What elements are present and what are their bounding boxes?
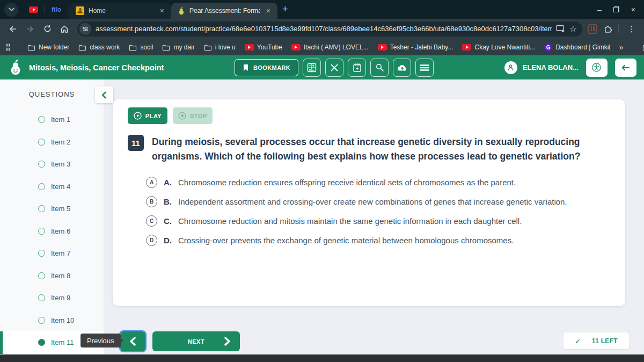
question-text: During meiosis, several processes occur …	[152, 135, 610, 164]
bookmark-youtube[interactable]: YouTube	[242, 42, 285, 53]
bookmark-tesher-jalebi[interactable]: Tesher - Jalebi Baby...	[375, 42, 456, 53]
sidebar-item-3[interactable]: Item 3	[0, 153, 104, 176]
item-label: Item 9	[51, 294, 70, 302]
restore-button[interactable]	[613, 6, 619, 12]
bookmark-gimkit-dashboard[interactable]: G Dashboard | Gimkit	[541, 42, 613, 53]
stop-icon	[178, 112, 186, 120]
bookmark-folder-socil[interactable]: socil	[126, 42, 156, 53]
previous-button[interactable]	[120, 331, 145, 351]
install-app-button[interactable]	[556, 25, 565, 33]
magnifier-button[interactable]	[370, 59, 389, 77]
radio-icon	[38, 139, 45, 146]
option-d[interactable]: D D. Crossing-over prevents the exchange…	[146, 235, 610, 246]
exit-back-button[interactable]	[615, 59, 636, 77]
avatar	[504, 61, 517, 74]
option-a[interactable]: A A. Chromosome reduction ensures offspr…	[146, 177, 610, 188]
option-c-radio[interactable]: C	[146, 215, 157, 227]
home-button[interactable]	[57, 21, 72, 37]
folder-icon	[642, 44, 644, 51]
minimize-button[interactable]: –	[597, 6, 602, 13]
sidebar-item-5[interactable]: Item 5	[0, 198, 104, 220]
question-row: 11 During meiosis, several processes occ…	[128, 135, 610, 164]
option-b[interactable]: B B. Independent assortment and crossing…	[146, 196, 610, 207]
bookmark-label: New folder	[39, 44, 69, 51]
piano-extension-icon[interactable]	[588, 24, 597, 34]
reload-button[interactable]	[40, 21, 55, 37]
option-a-radio[interactable]: A	[146, 177, 157, 188]
tab-pear-assessment[interactable]: Pear Assessment: Formative a ×	[171, 3, 277, 19]
bookmark-question-button[interactable]: BOOKMARK	[235, 59, 298, 76]
sidebar-item-9[interactable]: Item 9	[0, 287, 104, 309]
sidebar-item-1[interactable]: Item 1	[0, 108, 104, 131]
youtube-icon	[291, 44, 301, 50]
all-bookmarks-button[interactable]: All Bookmarks	[640, 42, 644, 53]
extensions-button[interactable]	[604, 24, 613, 33]
cloud-upload-icon	[397, 63, 407, 71]
tab-separator	[68, 5, 68, 14]
next-button[interactable]: NEXT	[152, 331, 240, 351]
sidebar-item-4[interactable]: Item 4	[0, 176, 104, 198]
scratchpad-button[interactable]	[348, 59, 366, 77]
browser-menu-button[interactable]: ⋮	[624, 24, 639, 34]
option-text: Independent assortment and crossing-over…	[178, 197, 567, 206]
calculator-icon	[307, 63, 317, 73]
address-bar[interactable]: assessment.peardeck.com/student/practice…	[77, 21, 582, 37]
line-reader-button[interactable]	[415, 59, 434, 77]
option-c[interactable]: C C. Chromosome reduction and mitosis ma…	[146, 215, 610, 227]
close-tab-icon[interactable]: ×	[158, 6, 166, 15]
bookmark-label: Dashboard | Gimkit	[555, 44, 611, 51]
cross-out-button[interactable]	[325, 59, 343, 77]
close-window-button[interactable]: ×	[631, 6, 635, 13]
accessibility-button[interactable]	[586, 59, 608, 77]
sidebar-item-6[interactable]: Item 6	[0, 220, 104, 243]
apps-grid-icon[interactable]	[6, 44, 10, 51]
option-b-radio[interactable]: B	[146, 196, 157, 207]
new-tab-button[interactable]: +	[277, 3, 293, 16]
pinned-tab-youtube[interactable]	[24, 2, 43, 18]
bookmark-ckay-love[interactable]: Ckay Love Nwantiti...	[459, 42, 538, 53]
bookmark-label: Itachi ( AMV) LOVEL...	[304, 44, 369, 51]
chevron-down-icon	[9, 8, 14, 11]
site-settings-button[interactable]	[79, 23, 91, 35]
tab-label: Home	[89, 7, 154, 15]
sidebar-item-2[interactable]: Item 2	[0, 131, 104, 154]
bookmark-folder-class-work[interactable]: class work	[76, 42, 122, 53]
tab-search-button[interactable]	[4, 3, 18, 17]
bookmark-label: Tesher - Jalebi Baby...	[390, 44, 453, 51]
assessment-header: Mitosis, Meiosis, Cancer Checkpoint BOOK…	[0, 55, 644, 79]
chevron-left-icon	[101, 91, 107, 99]
bookmark-label: class work	[90, 44, 120, 51]
close-tab-icon[interactable]: ×	[265, 6, 272, 15]
bookmark-folder-my-dair[interactable]: my dair	[159, 42, 197, 53]
cloud-upload-button[interactable]	[393, 59, 411, 77]
bookmark-folder-new-folder[interactable]: New folder	[25, 42, 72, 53]
notepad-lightning-icon	[353, 63, 362, 73]
calculator-button[interactable]	[303, 59, 321, 77]
play-button[interactable]: PLAY	[128, 107, 167, 124]
items-remaining-chip[interactable]: ✓ 11 LEFT	[564, 332, 629, 349]
previous-tooltip: Previous	[80, 334, 121, 347]
back-arrow-icon	[9, 25, 17, 33]
forward-button[interactable]	[23, 21, 38, 37]
sidebar-item-8[interactable]: Item 8	[0, 265, 104, 287]
bookmark-star-icon[interactable]: ☆	[569, 24, 577, 34]
option-prefix: C.	[164, 216, 172, 226]
bookmark-itachi-amv[interactable]: Itachi ( AMV) LOVEL...	[289, 42, 371, 53]
url-text[interactable]: assessment.peardeck.com/student/practice…	[96, 25, 552, 33]
bookmarks-overflow-button[interactable]: »	[617, 43, 626, 52]
sidebar-item-10[interactable]: Item 10	[0, 309, 104, 332]
accessibility-icon	[592, 63, 601, 72]
x-icon	[330, 63, 339, 72]
option-d-radio[interactable]: D	[146, 235, 157, 246]
sidebar-item-7[interactable]: Item 7	[0, 242, 104, 265]
window-controls: – ×	[597, 6, 640, 13]
youtube-icon	[29, 6, 38, 13]
sidebar-collapse-button[interactable]	[95, 86, 113, 103]
back-button[interactable]	[5, 21, 20, 37]
magnifier-icon	[375, 63, 384, 72]
tab-label: Pear Assessment: Formative a	[189, 7, 260, 15]
tab-home[interactable]: Home ×	[69, 3, 171, 19]
bookmark-folder-i-love-u[interactable]: i love u	[201, 42, 238, 53]
pinned-tab-filo[interactable]: filo	[46, 2, 67, 18]
stop-button[interactable]: STOP	[173, 107, 213, 124]
